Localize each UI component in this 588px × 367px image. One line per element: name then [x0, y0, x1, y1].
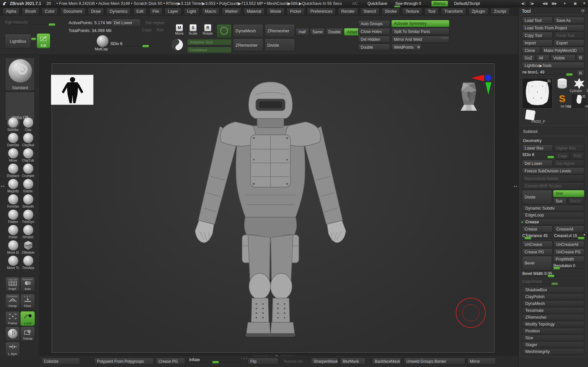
backface-mask-button[interactable]: BackfaceMask	[372, 358, 401, 365]
propwidth-toggle[interactable]: PropWidth	[553, 256, 584, 263]
close-icon[interactable]: ✕	[583, 1, 586, 6]
matcap-sphere-icon[interactable]	[97, 35, 108, 47]
import-button[interactable]: Import	[522, 40, 553, 46]
brush-hpolish[interactable]: hPolish	[21, 225, 36, 239]
adaptive-size-toggle[interactable]: Adaptive Size	[187, 39, 232, 45]
lightbox-button[interactable]: LightBox	[5, 34, 31, 48]
edit-button[interactable]: Edit	[37, 33, 50, 48]
sharpen-mask-button[interactable]: SharpenMask	[311, 358, 338, 365]
menu-material[interactable]: Material	[243, 8, 264, 15]
geometry-del-lower-button[interactable]: Del Lower	[522, 160, 553, 167]
brush-formsoft[interactable]: FormSo	[6, 194, 21, 208]
tray-toggle-left-icon[interactable]: ◀▯	[521, 2, 525, 5]
section-size[interactable]: Size	[522, 335, 584, 341]
sculptris-sphere-icon[interactable]	[171, 39, 184, 51]
goz-button[interactable]: GoZ	[522, 55, 535, 61]
transparency-toggle[interactable]: Transp	[20, 327, 35, 341]
brush-claytubes[interactable]: ClayTub	[21, 148, 36, 162]
goz-r-button[interactable]: R	[577, 55, 584, 61]
sdiv-slider[interactable]: SDiv 6	[110, 41, 152, 48]
right-tray-divider-arrows[interactable]: ◄►	[513, 185, 518, 188]
combined-toggle[interactable]: Combined	[187, 47, 232, 53]
weld-points-button[interactable]: WeldPoints ◎	[391, 44, 421, 51]
mirror-and-weld-button[interactable]: Mirror And Weld x y z	[391, 36, 449, 43]
brush-magnify[interactable]: Magnify	[6, 179, 21, 193]
section-tessimate[interactable]: Tessimate	[522, 307, 584, 313]
blur-mask-button[interactable]: BlurMask	[340, 358, 366, 365]
goz-all-button[interactable]: All	[536, 55, 550, 61]
rstr-toggle[interactable]: Rstr	[571, 152, 584, 159]
geometry-divide-button[interactable]: Divide	[522, 190, 552, 204]
crease-pg-button[interactable]: Crease PG	[156, 358, 185, 365]
left-tray-divider-arrows[interactable]: ◄►	[0, 185, 5, 188]
close-holes-button[interactable]: Close Holes	[358, 28, 390, 35]
tool-thumb-polymesh3d[interactable]: PolyMes	[571, 78, 587, 93]
see-through-track[interactable]	[394, 6, 427, 7]
brush-flatten[interactable]: Flatten	[6, 210, 21, 224]
dynamic-subdiv-section[interactable]: Dynamic Subdiv	[522, 205, 584, 211]
brush-polish[interactable]: Polish	[6, 225, 21, 239]
auto-groups-button[interactable]: Auto Groups	[358, 20, 390, 27]
tool-thumb-simplebrush[interactable]: S SimpleB	[554, 94, 570, 109]
del-lower-button[interactable]: Del Lower	[111, 19, 141, 27]
activate-symmetry-button[interactable]: Activate Symmetry	[391, 20, 449, 27]
freeze-subdivision-levels-button[interactable]: Freeze SubDivision Levels	[522, 168, 584, 174]
colorize-button[interactable]: Colorize	[41, 358, 80, 365]
brush-elastic[interactable]: Elastic	[21, 179, 36, 193]
menu-preferences[interactable]: Preferences	[307, 8, 335, 15]
bevel-width-slider[interactable]: Bevel Width 0.05	[522, 271, 584, 278]
tray-toggle-right-icon[interactable]: ▯▶	[530, 2, 534, 5]
menu-document[interactable]: Document	[60, 8, 86, 15]
geometry-sdiv-slider[interactable]: SDiv 6	[522, 152, 554, 159]
mirror-button[interactable]: Mirror	[467, 358, 496, 365]
inflate-xyz-toggles[interactable]: x y z	[241, 357, 248, 359]
brush-damstandard[interactable]: DamSta	[6, 133, 21, 147]
brush-zmodeler[interactable]: ZModele	[21, 240, 36, 254]
cage-toggle[interactable]: Cage	[555, 152, 570, 159]
section-position[interactable]: Position	[522, 328, 584, 334]
crease-button[interactable]: Crease	[522, 226, 553, 232]
sculpted-armor-figure[interactable]	[178, 80, 363, 338]
brush-clay[interactable]: Clay	[21, 118, 36, 132]
brush-preview-tile[interactable]: Standard	[5, 57, 35, 91]
window-prev-icon[interactable]: ◀▣	[542, 2, 548, 5]
scale-gyro-button[interactable]: S Scale	[187, 24, 199, 35]
tool-r-button[interactable]: R	[577, 70, 584, 77]
split-to-similar-parts-button[interactable]: Split To Similar Parts	[391, 28, 449, 35]
polyframe-button[interactable]	[217, 24, 232, 38]
brush-claybuildup[interactable]: ClayBuil	[21, 133, 36, 147]
subtool-section-header[interactable]: Subtool	[520, 128, 587, 135]
export-button[interactable]: Export	[554, 40, 584, 46]
section-modify-topology[interactable]: Modify Topology	[522, 321, 584, 327]
paste-tool-button[interactable]: Paste Tool	[554, 32, 584, 39]
mirror-weld-xyz-toggles[interactable]: x y z	[442, 37, 448, 39]
menu-macro[interactable]: Macro	[202, 8, 220, 15]
edgesharp-slider[interactable]: EdgeSharp	[522, 279, 584, 286]
tool-thumb-pm3d[interactable]: 4 PM3D_P	[522, 110, 538, 124]
zremesher-top-button[interactable]: ZRemesher	[265, 24, 295, 37]
flip-button[interactable]: Flip	[248, 358, 278, 365]
brush-move[interactable]: Move	[6, 148, 21, 162]
section-stager[interactable]: Stager	[522, 342, 584, 348]
brush-move-topological[interactable]: Move Tc	[6, 256, 21, 270]
unweld-groups-border-button[interactable]: Unweld Groups Border	[404, 358, 465, 365]
double-sided-button[interactable]: Double	[358, 44, 390, 51]
reconstruct-subdiv-button[interactable]: Reconstruct Subdiv	[522, 175, 584, 182]
see-through-slider[interactable]: See-through 0	[395, 1, 421, 6]
menu-stroke[interactable]: Stroke	[382, 8, 400, 15]
brush-smooth[interactable]: Smooth	[21, 194, 36, 208]
section-zremesher[interactable]: ZRemesher	[522, 314, 584, 320]
higher-res-button[interactable]: Higher Res	[554, 145, 584, 152]
tool-select-slider[interactable]: ne bron1. 49	[522, 70, 576, 77]
convert-bpr-to-geo-button[interactable]: Convert BPR To Geo	[522, 183, 584, 189]
section-shadowbox[interactable]: ShadowBox	[522, 287, 584, 293]
divide-button[interactable]: Divide	[265, 39, 295, 52]
menu-tool[interactable]: Tool	[425, 8, 439, 15]
del-hidden-button[interactable]: Del Hidden	[358, 36, 390, 43]
section-meshintegrity[interactable]: MeshIntegrity	[522, 348, 584, 355]
geometry-del-higher-button[interactable]: Del Higher	[554, 160, 584, 167]
crease-all-button[interactable]: CreaseAll	[554, 226, 584, 232]
cage-button[interactable]: Cage	[142, 28, 152, 32]
brush-crumple[interactable]: Crumple	[21, 164, 36, 178]
rotate-gyro-button[interactable]: R Rotate	[201, 24, 214, 35]
